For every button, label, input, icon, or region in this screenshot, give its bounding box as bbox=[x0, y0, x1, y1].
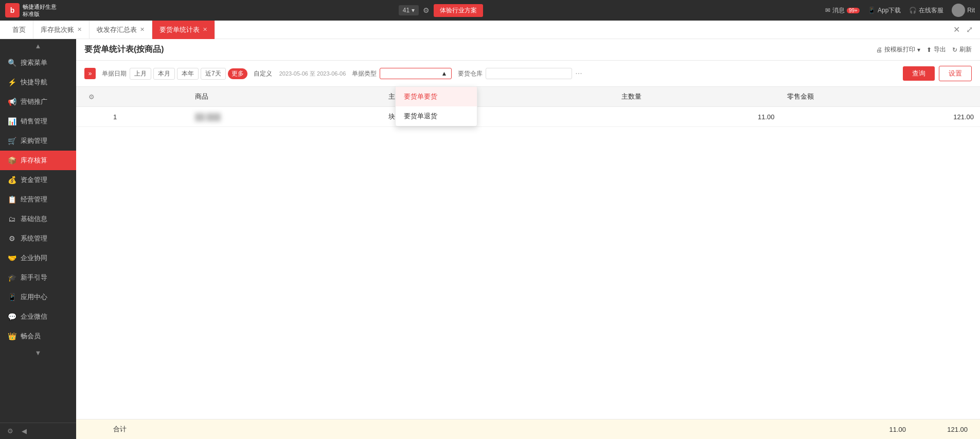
query-btn[interactable]: 查询 bbox=[903, 66, 935, 81]
filter-expand-btn[interactable]: » bbox=[84, 68, 96, 79]
date-filter-group: 单据日期 上月 本月 本年 近7天 更多 自定义 2023-05-06 至 20… bbox=[102, 68, 346, 80]
warehouse-input[interactable] bbox=[486, 68, 572, 79]
sales-icon: 📊 bbox=[7, 117, 16, 126]
custom-date-btn[interactable]: 自定义 bbox=[250, 68, 276, 79]
table-row: 1 ██ ███ 块 11.00 121.00 bbox=[76, 107, 980, 127]
tab-close-all-btn[interactable]: ✕ bbox=[951, 25, 962, 34]
basic-info-icon: 🗂 bbox=[7, 214, 16, 224]
last-7-days-btn[interactable]: 近7天 bbox=[201, 68, 226, 80]
tab-bar: 首页 库存批次账 ✕ 收发存汇总表 ✕ 要货单统计表 ✕ ✕ ⤢ bbox=[0, 21, 980, 39]
online-service-btn[interactable]: 🎧 在线客服 bbox=[909, 6, 943, 15]
inventory-icon: 📦 bbox=[7, 156, 16, 165]
sidebar-item-sales[interactable]: 📊 销售管理 bbox=[0, 112, 76, 131]
sidebar-item-system[interactable]: ⚙ 系统管理 bbox=[0, 229, 76, 248]
type-select[interactable]: ▲ bbox=[380, 68, 452, 79]
logo-area: b 畅捷通好生意 标准版 bbox=[5, 3, 57, 18]
footer-amount: 121.00 bbox=[912, 426, 974, 433]
store-selector[interactable]: 41 ▾ bbox=[399, 5, 419, 15]
chevron-down-icon: ▾ bbox=[412, 7, 415, 14]
sidebar-item-search[interactable]: 🔍 搜索菜单 bbox=[0, 53, 76, 72]
sidebar-item-app-center[interactable]: 📱 应用中心 bbox=[0, 287, 76, 307]
type-chevron-up-icon: ▲ bbox=[441, 70, 447, 77]
row-product: ██ ███ bbox=[189, 107, 382, 127]
dropdown-item-requisition-return[interactable]: 要货单退货 bbox=[396, 106, 477, 126]
sidebar-item-cooperation[interactable]: 🤝 企业协同 bbox=[0, 248, 76, 268]
user-avatar[interactable]: Rit bbox=[952, 4, 975, 17]
avatar bbox=[952, 4, 965, 17]
quick-nav-icon: ⚡ bbox=[7, 78, 16, 87]
beginner-icon: 🎓 bbox=[7, 273, 16, 282]
footer-label: 合计 bbox=[82, 425, 185, 434]
sidebar-settings-icon[interactable]: ⚙ bbox=[7, 427, 13, 435]
sidebar-item-operations[interactable]: 📋 经营管理 bbox=[0, 190, 76, 209]
tab-receivable-summary[interactable]: 收发存汇总表 ✕ bbox=[90, 21, 152, 39]
setup-btn[interactable]: 设置 bbox=[939, 66, 972, 81]
table-area: ⚙ 商品 主计量单位 主数量 零售金额 1 ██ ███ bbox=[76, 87, 980, 419]
last-month-btn[interactable]: 上月 bbox=[130, 68, 151, 80]
tab-inventory-batch[interactable]: 库存批次账 ✕ bbox=[33, 21, 90, 39]
header-center: 41 ▾ ⚙ 体验行业方案 bbox=[399, 4, 483, 17]
print-chevron-down-icon: ▾ bbox=[917, 46, 920, 53]
type-selected-value bbox=[384, 70, 386, 77]
sidebar-scroll-up[interactable]: ▲ bbox=[0, 39, 76, 53]
footer-qty: 11.00 bbox=[850, 426, 912, 433]
type-filter-group: 单据类型 ▲ bbox=[352, 68, 452, 79]
filter-bar: » 单据日期 上月 本月 本年 近7天 更多 自定义 2023-05-06 至 … bbox=[76, 61, 980, 87]
logo-icon: b bbox=[5, 3, 20, 17]
export-btn[interactable]: ⬆ 导出 bbox=[926, 45, 946, 54]
app-center-icon: 📱 bbox=[7, 292, 16, 302]
tab-receivable-summary-close[interactable]: ✕ bbox=[140, 26, 145, 33]
type-label: 单据类型 bbox=[352, 69, 377, 78]
main-layout: ▲ 🔍 搜索菜单 ⚡ 快捷导航 📢 营销推广 📊 销售管理 🛒 采购管理 📦 库… bbox=[0, 39, 980, 439]
print-icon: 🖨 bbox=[876, 46, 882, 53]
sidebar-collapse-icon[interactable]: ◀ bbox=[22, 427, 27, 435]
table-header-row: ⚙ 商品 主计量单位 主数量 零售金额 bbox=[76, 87, 980, 107]
table-header-settings[interactable]: ⚙ bbox=[76, 87, 107, 107]
operations-icon: 📋 bbox=[7, 195, 16, 204]
refresh-icon: ↻ bbox=[952, 46, 957, 53]
this-year-btn[interactable]: 本年 bbox=[177, 68, 199, 80]
sidebar-item-purchase[interactable]: 🛒 采购管理 bbox=[0, 131, 76, 151]
messages-btn[interactable]: ✉ 消息 99+ bbox=[825, 6, 860, 15]
marketing-icon: 📢 bbox=[7, 97, 16, 106]
table-header-qty: 主数量 bbox=[615, 87, 780, 107]
row-amount: 121.00 bbox=[781, 107, 980, 127]
dropdown-item-requisition-goods[interactable]: 要货单要货 bbox=[396, 87, 477, 106]
tab-requisition-stats[interactable]: 要货单统计表 ✕ bbox=[152, 21, 215, 39]
sidebar-item-membership[interactable]: 👑 畅会员 bbox=[0, 326, 76, 346]
type-dropdown: 要货单要货 要货单退货 bbox=[395, 86, 477, 126]
sidebar-item-inventory[interactable]: 📦 库存核算 bbox=[0, 151, 76, 170]
tab-bar-actions: ✕ ⤢ bbox=[951, 25, 975, 34]
headset-icon: 🎧 bbox=[909, 7, 917, 14]
sidebar-item-enterprise-wechat[interactable]: 💬 企业微信 bbox=[0, 307, 76, 326]
table-settings-icon[interactable]: ⚙ bbox=[88, 93, 95, 101]
refresh-btn[interactable]: ↻ 刷新 bbox=[952, 45, 972, 54]
warehouse-label: 要货仓库 bbox=[458, 69, 483, 78]
sidebar-item-beginner[interactable]: 🎓 新手引导 bbox=[0, 268, 76, 287]
purchase-icon: 🛒 bbox=[7, 136, 16, 145]
tab-inventory-batch-close[interactable]: ✕ bbox=[77, 26, 82, 33]
print-template-btn[interactable]: 🖨 按模板打印 ▾ bbox=[876, 45, 920, 54]
sidebar-item-marketing[interactable]: 📢 营销推广 bbox=[0, 92, 76, 112]
top-header: b 畅捷通好生意 标准版 41 ▾ ⚙ 体验行业方案 ✉ 消息 99+ 📱 Ap… bbox=[0, 0, 980, 21]
row-qty: 11.00 bbox=[615, 107, 780, 127]
this-month-btn[interactable]: 本月 bbox=[153, 68, 175, 80]
table-header-index bbox=[107, 87, 189, 107]
settings-icon[interactable]: ⚙ bbox=[423, 6, 430, 14]
tab-expand-btn[interactable]: ⤢ bbox=[964, 25, 975, 34]
table-body: 1 ██ ███ 块 11.00 121.00 bbox=[76, 107, 980, 127]
more-options-icon[interactable]: ··· bbox=[575, 69, 582, 78]
industry-btn[interactable]: 体验行业方案 bbox=[434, 4, 483, 17]
table-footer: 合计 11.00 121.00 bbox=[76, 419, 980, 439]
cooperation-icon: 🤝 bbox=[7, 253, 16, 263]
sidebar-item-quick-nav[interactable]: ⚡ 快捷导航 bbox=[0, 72, 76, 92]
app-download-btn[interactable]: 📱 App下载 bbox=[868, 6, 901, 15]
tab-home[interactable]: 首页 bbox=[5, 21, 33, 39]
row-product-text: ██ ███ bbox=[195, 113, 221, 121]
more-date-btn[interactable]: 更多 bbox=[228, 68, 247, 79]
sidebar-scroll-down[interactable]: ▼ bbox=[0, 346, 76, 360]
sidebar-item-basic-info[interactable]: 🗂 基础信息 bbox=[0, 209, 76, 229]
sidebar-item-finance[interactable]: 💰 资金管理 bbox=[0, 170, 76, 190]
header-right: ✉ 消息 99+ 📱 App下载 🎧 在线客服 Rit bbox=[825, 4, 975, 17]
tab-requisition-stats-close[interactable]: ✕ bbox=[203, 26, 207, 33]
